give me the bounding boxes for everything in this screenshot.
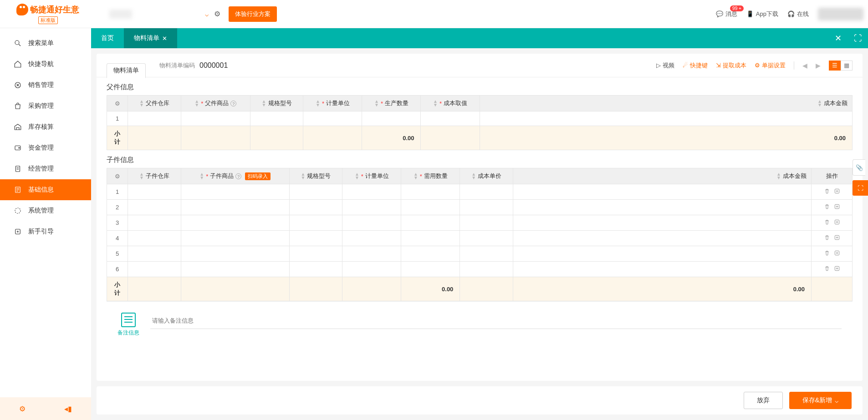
child-cell-warehouse[interactable] [128, 184, 181, 200]
parent-cell-cost-amount[interactable] [480, 111, 853, 126]
parent-col-config[interactable]: ⚙ [107, 96, 128, 111]
child-cell-qty[interactable] [401, 184, 460, 200]
child-cell-cost-amount[interactable] [513, 246, 812, 262]
child-cell-unit-cost[interactable] [460, 246, 513, 262]
sidebar-item-purchase[interactable]: 采购管理 [0, 96, 91, 116]
child-col-config[interactable]: ⚙ [107, 168, 128, 184]
fullscreen-icon[interactable]: ⛶ [853, 180, 868, 196]
child-cell-warehouse[interactable] [128, 215, 181, 231]
add-row-icon[interactable] [834, 250, 840, 256]
parent-row[interactable]: 1 [107, 111, 853, 126]
industry-cta-button[interactable]: 体验行业方案 [229, 6, 277, 22]
delete-row-icon[interactable] [824, 203, 830, 210]
save-and-new-button[interactable]: 保存&新增 ⌵ [789, 392, 852, 409]
company-selector[interactable]: ⌵ [109, 10, 214, 19]
child-cell-warehouse[interactable] [128, 246, 181, 262]
child-cell-warehouse[interactable] [128, 231, 181, 246]
child-cell-product[interactable] [181, 200, 289, 215]
child-cell-unit[interactable] [342, 231, 401, 246]
sidebar-item-basic-info[interactable]: 基础信息 [0, 179, 91, 200]
extract-cost-link[interactable]: ⇲提取成本 [716, 61, 746, 70]
parent-col-unit[interactable]: ▲▼*计量单位 [303, 96, 362, 111]
add-row-icon[interactable] [834, 188, 840, 194]
child-cell-warehouse[interactable] [128, 262, 181, 277]
delete-row-icon[interactable] [824, 188, 830, 194]
child-col-cost-amount[interactable]: ▲▼成本金额 [513, 168, 812, 184]
child-cell-spec[interactable] [289, 262, 342, 277]
child-cell-unit-cost[interactable] [460, 262, 513, 277]
remarks-input[interactable] [150, 313, 842, 329]
child-cell-cost-amount[interactable] [513, 184, 812, 200]
child-cell-product[interactable] [181, 184, 289, 200]
child-col-unit-cost[interactable]: ▲▼成本单价 [460, 168, 513, 184]
child-cell-unit-cost[interactable] [460, 184, 513, 200]
delete-row-icon[interactable] [824, 234, 830, 241]
help-icon[interactable]: ? [230, 101, 236, 106]
maximize-icon[interactable]: ⛶ [848, 34, 868, 43]
help-icon[interactable]: ? [235, 173, 241, 179]
card-view-icon[interactable]: ▦ [841, 61, 853, 71]
child-row[interactable]: 6 [107, 262, 853, 277]
child-col-warehouse[interactable]: ▲▼子件仓库 [128, 168, 181, 184]
shortcut-link[interactable]: ☄快捷键 [683, 61, 708, 70]
child-row[interactable]: 3 [107, 215, 853, 231]
parent-col-warehouse[interactable]: ▲▼父件仓库 [128, 96, 181, 111]
tab-bom[interactable]: 物料清单 ✕ [124, 28, 177, 48]
child-cell-unit[interactable] [342, 200, 401, 215]
child-row[interactable]: 1 [107, 184, 853, 200]
child-col-spec[interactable]: ▲▼规格型号 [289, 168, 342, 184]
child-cell-unit-cost[interactable] [460, 231, 513, 246]
add-row-icon[interactable] [834, 234, 840, 241]
doc-settings-link[interactable]: ⚙单据设置 [755, 61, 786, 70]
parent-col-qty[interactable]: ▲▼*生产数量 [362, 96, 421, 111]
next-record-icon[interactable]: ▶ [816, 62, 821, 69]
child-col-unit[interactable]: ▲▼*计量单位 [342, 168, 401, 184]
parent-col-cost-amount[interactable]: ▲▼成本金额 [480, 96, 853, 111]
delete-row-icon[interactable] [824, 250, 830, 256]
add-row-icon[interactable] [834, 265, 840, 272]
collapse-sidebar-icon[interactable]: ◂▮ [64, 405, 72, 413]
add-row-icon[interactable] [834, 219, 840, 225]
tab-home[interactable]: 首页 [91, 28, 124, 48]
parent-cell-cost-method[interactable] [421, 111, 480, 126]
parent-cell-qty[interactable] [362, 111, 421, 126]
sidebar-item-inventory[interactable]: 库存核算 [0, 116, 91, 137]
child-cell-unit[interactable] [342, 184, 401, 200]
parent-cell-product[interactable] [181, 111, 250, 126]
footer-gear-icon[interactable]: ⚙ [19, 405, 26, 413]
attachment-icon[interactable]: 📎 [853, 159, 865, 176]
close-all-tabs-icon[interactable]: ✕ [828, 33, 848, 43]
app-download-link[interactable]: 📱 App下载 [746, 10, 778, 18]
sidebar-item-quick-nav[interactable]: 快捷导航 [0, 54, 91, 75]
parent-col-cost-method[interactable]: ▲▼*成本取值 [421, 96, 480, 111]
settings-gear-icon[interactable]: ⚙ [214, 10, 220, 18]
online-support-link[interactable]: 🎧 在线 [787, 10, 809, 18]
child-cell-qty[interactable] [401, 231, 460, 246]
child-cell-warehouse[interactable] [128, 200, 181, 215]
sidebar-item-search-menu[interactable]: 搜索菜单 [0, 33, 91, 54]
add-row-icon[interactable] [834, 203, 840, 210]
close-icon[interactable]: ✕ [162, 35, 167, 42]
child-cell-spec[interactable] [289, 184, 342, 200]
child-col-qty[interactable]: ▲▼*需用数量 [401, 168, 460, 184]
child-col-product[interactable]: ▲▼*子件商品?扫码录入 [181, 168, 289, 184]
child-cell-spec[interactable] [289, 231, 342, 246]
delete-row-icon[interactable] [824, 265, 830, 272]
child-row[interactable]: 5 [107, 246, 853, 262]
logo[interactable]: 畅捷通好生意 标准版 [5, 4, 91, 24]
child-cell-spec[interactable] [289, 200, 342, 215]
sidebar-item-sales[interactable]: 销售管理 [0, 75, 91, 96]
list-view-icon[interactable]: ☰ [829, 61, 841, 71]
discard-button[interactable]: 放弃 [744, 392, 783, 409]
child-cell-product[interactable] [181, 231, 289, 246]
child-cell-cost-amount[interactable] [513, 200, 812, 215]
child-cell-spec[interactable] [289, 215, 342, 231]
child-cell-cost-amount[interactable] [513, 231, 812, 246]
child-cell-qty[interactable] [401, 262, 460, 277]
child-cell-product[interactable] [181, 246, 289, 262]
child-cell-cost-amount[interactable] [513, 262, 812, 277]
child-cell-unit-cost[interactable] [460, 215, 513, 231]
child-cell-qty[interactable] [401, 215, 460, 231]
parent-cell-spec[interactable] [250, 111, 303, 126]
sidebar-item-system[interactable]: 系统管理 [0, 200, 91, 221]
